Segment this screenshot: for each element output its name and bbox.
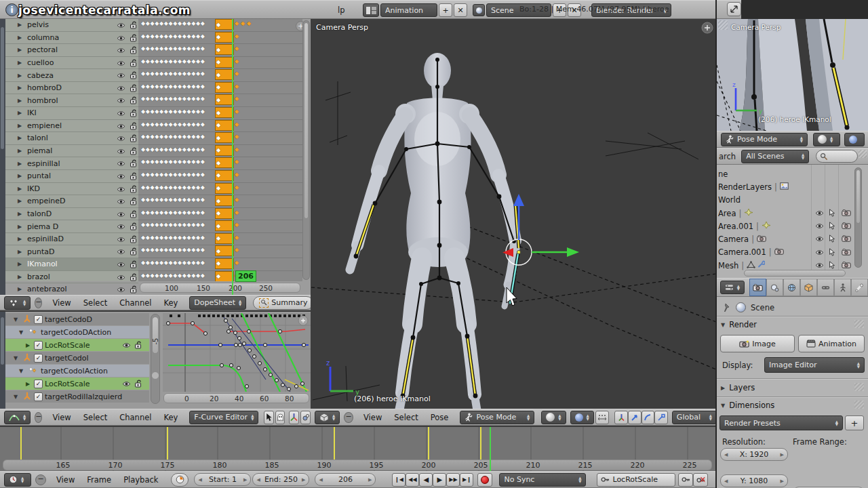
pin-icon[interactable] — [722, 303, 731, 312]
graph-channels-scrollbar[interactable]: -5 — [151, 314, 160, 404]
expand-icon[interactable]: ▶ — [18, 261, 22, 267]
eye-icon[interactable] — [117, 72, 125, 81]
eye-icon[interactable] — [117, 123, 125, 131]
selected-keys-block[interactable]: ◆ — [215, 44, 234, 55]
preset-add-button[interactable]: + — [845, 415, 864, 430]
outliner-item-Area-001[interactable]: Area.001| — [718, 220, 854, 232]
keyframe-marker[interactable] — [20, 427, 22, 460]
lock-icon[interactable] — [130, 222, 137, 232]
dopesheet-channel-empienel[interactable]: ▶empienel — [5, 120, 138, 133]
graph-channel-targetCodoD[interactable]: ▼✓targetCodoD — [5, 313, 149, 325]
render-presets-selector[interactable]: Render Presets▲▼ — [719, 415, 843, 430]
cursor-select-icon[interactable] — [829, 222, 835, 232]
selected-keys-block[interactable]: ◆ — [215, 120, 234, 131]
graph-channel-targetCodol[interactable]: ▼✓targetCodol — [5, 352, 149, 364]
outliner-item-World[interactable]: World — [718, 194, 854, 207]
eye-icon[interactable] — [117, 97, 125, 106]
eye-icon[interactable] — [117, 22, 125, 30]
selected-keys-block[interactable]: ◆ — [215, 107, 234, 118]
dopesheet-channel-espinillal[interactable]: ▶espinillal — [5, 157, 138, 170]
play-reverse-button[interactable]: ◀ — [419, 473, 433, 487]
tab-armature-data[interactable] — [834, 279, 851, 296]
lock-icon[interactable] — [130, 134, 137, 144]
expand-icon[interactable]: ▶ — [18, 161, 22, 167]
dopesheet-key-row[interactable]: ◆◆◆◆◆◆◆◆◆◆◆◆◆◆◆◆ — [138, 32, 302, 45]
dopesheet-key-row[interactable]: ◆◆◆◆◆◆◆◆◆◆◆◆◆◆◆◆ — [138, 107, 302, 120]
graph-channel-targetRodillalzquierd[interactable]: ▼✓targetRodillalzquierd — [5, 390, 149, 403]
expand-icon[interactable]: ▶ — [18, 198, 22, 204]
eye-icon[interactable] — [117, 47, 125, 56]
window-separator[interactable] — [715, 0, 717, 488]
eye-icon[interactable] — [815, 235, 824, 244]
lock-icon[interactable] — [130, 21, 137, 31]
render-toggle-icon[interactable] — [842, 261, 851, 270]
lock-icon[interactable] — [130, 260, 137, 270]
dimensions-panel-header[interactable]: ▼Dimensions — [721, 401, 774, 410]
dopesheet-channel-cuelloo[interactable]: ▶cuelloo — [5, 57, 138, 70]
lock-icon[interactable] — [130, 71, 137, 81]
dopesheet-key-row[interactable]: ◆◆◆◆◆◆◆◆◆◆◆◆◆◆◆◆ — [138, 245, 302, 258]
expand-icon[interactable]: ▶ — [18, 249, 22, 255]
play-button[interactable]: ▶ — [433, 473, 446, 487]
menu-frame[interactable]: Frame — [87, 475, 111, 485]
lock-icon[interactable] — [130, 235, 137, 245]
menu-channel[interactable]: Channel — [119, 298, 151, 308]
collapse-menus-icon[interactable]: − — [344, 412, 353, 423]
previous-keyframe-button[interactable]: ◀◀ — [406, 473, 419, 487]
lock-icon[interactable] — [130, 59, 137, 69]
transform-orientation-selector[interactable]: Global▲▼ — [672, 411, 717, 424]
menu-channel[interactable]: Channel — [119, 413, 151, 422]
outliner-item-Area[interactable]: Area| — [718, 207, 854, 220]
render-toggle-icon[interactable] — [842, 248, 851, 258]
selected-keys-block[interactable]: ◆ — [215, 132, 234, 143]
cursor-select-button[interactable] — [264, 411, 274, 424]
eye-icon[interactable] — [117, 236, 125, 245]
expand-icon[interactable]: ▶ — [18, 73, 22, 79]
outliner-scope-selector[interactable]: All Scenes▲▼ — [741, 150, 809, 163]
eye-icon[interactable] — [117, 148, 125, 157]
dopesheet-channel-puntal[interactable]: ▶puntal — [5, 170, 138, 183]
outliner-item-Camera[interactable]: Camera| — [718, 232, 854, 245]
dopesheet-channel-puntaD[interactable]: ▶puntaD — [5, 245, 138, 258]
next-keyframe-button[interactable]: ▶▶ — [446, 473, 460, 487]
menu-select[interactable]: Select — [83, 413, 107, 422]
selected-keys-block[interactable]: ◆ — [215, 208, 234, 219]
editor-type-fcurve-icon[interactable]: ▲▼ — [4, 411, 31, 424]
selected-keys-block[interactable]: ◆ — [215, 19, 234, 30]
menu-key[interactable]: Key — [163, 413, 178, 422]
lock-icon[interactable] — [130, 122, 137, 132]
selected-keys-block[interactable]: ◆ — [215, 157, 234, 168]
lock-icon[interactable] — [130, 109, 137, 119]
screen-layout-icon[interactable] — [363, 3, 379, 17]
tab-constraints[interactable] — [817, 279, 834, 296]
jump-to-start-button[interactable]: ❙◀ — [392, 473, 406, 487]
jump-to-end-button[interactable]: ▶❙ — [460, 473, 473, 487]
checkbox[interactable]: ✓ — [34, 354, 43, 363]
summary-toggle[interactable]: Summary — [253, 296, 313, 310]
lock-icon[interactable] — [134, 341, 142, 351]
sync-mode-selector[interactable]: No Sync▲▼ — [499, 473, 586, 487]
display-selector[interactable]: Image Editor▲▼ — [764, 357, 865, 373]
eye-icon[interactable] — [117, 35, 125, 43]
eye-icon[interactable] — [117, 274, 125, 283]
manipulator-translate-button[interactable] — [614, 411, 628, 424]
eye-icon[interactable] — [815, 209, 824, 218]
properties-context-selector[interactable]: ▲▼ — [720, 281, 745, 294]
eye-icon[interactable] — [815, 222, 824, 231]
render-toggle-icon[interactable] — [842, 235, 851, 244]
dopesheet-key-row[interactable]: ◆◆◆◆◆◆◆◆◆◆◆◆◆◆◆◆ — [138, 258, 302, 271]
eye-icon[interactable] — [117, 223, 125, 232]
graph-channel-targetCodolAction[interactable]: ▼targetCodolAction — [5, 365, 149, 377]
menu-view[interactable]: View — [363, 413, 382, 422]
expand-icon[interactable]: ▶ — [18, 224, 22, 230]
expand-icon[interactable]: ▶ — [18, 85, 22, 91]
menu-key[interactable]: Key — [163, 298, 178, 308]
dopesheet-key-row[interactable]: ◆◆◆◆◆◆◆◆◆◆◆◆◆◆◆◆ — [138, 44, 302, 57]
eye-icon[interactable] — [117, 261, 125, 270]
graph-mode-selector[interactable]: F-Curve Editor▲▼ — [189, 411, 258, 424]
dopesheet-channel-IKI[interactable]: ▶IKI — [5, 107, 138, 120]
eye-icon[interactable] — [122, 342, 131, 350]
dopesheet-key-row[interactable]: ◆◆◆◆◆◆◆◆◆◆◆◆◆◆◆◆ — [138, 145, 302, 158]
expand-icon[interactable]: ▶ — [18, 173, 22, 179]
selected-keys-block[interactable]: ◆ — [215, 271, 234, 282]
